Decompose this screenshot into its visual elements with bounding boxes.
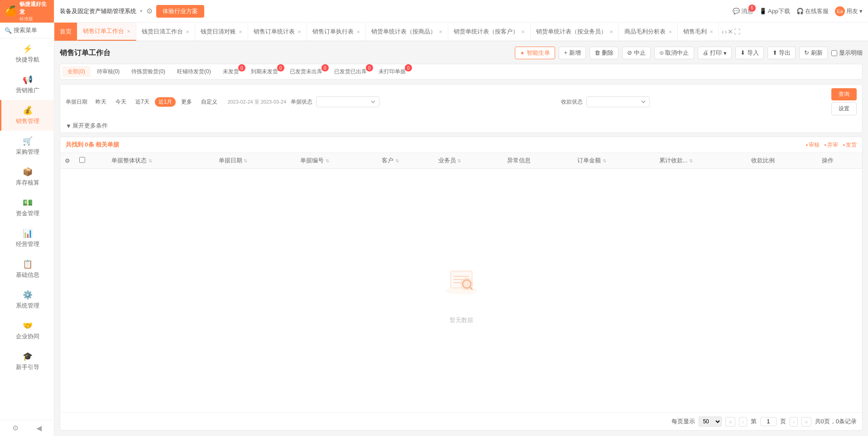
th-checkbox[interactable] — [75, 153, 107, 169]
online-service-action[interactable]: 🎧 在线客服 — [796, 7, 829, 15]
next-page-button[interactable]: › — [790, 417, 798, 427]
query-button[interactable]: 查询 — [831, 88, 857, 100]
tab-sales-exec[interactable]: 销售订单执行表 ✕ — [307, 23, 366, 41]
sidebar-item-marketing[interactable]: 📢 营销推广 — [0, 69, 54, 100]
tab-sales-stat-close[interactable]: ✕ — [297, 29, 301, 34]
deliver-action-link[interactable]: 发货 — [843, 141, 857, 149]
tab-margin[interactable]: 商品毛利分析表 ✕ — [619, 23, 678, 41]
filter-tab-wangpu[interactable]: 旺铺待发货(0) — [172, 66, 216, 77]
th-date[interactable]: 单据日期 ⇅ — [214, 153, 296, 169]
filter-tab-unshipped[interactable]: 未发货 0 — [217, 66, 245, 77]
prev-page-button[interactable]: ‹ — [739, 417, 747, 427]
tab-cash-reconcile[interactable]: 钱货日清对账 ✕ — [195, 23, 248, 41]
sidebar-item-company[interactable]: 🤝 企业协同 — [0, 315, 54, 346]
date-btn-7days[interactable]: 近7天 — [132, 97, 153, 107]
tab-home[interactable]: 首页 — [54, 23, 77, 41]
user-action[interactable]: Ea 用友 ▾ — [835, 6, 863, 16]
tab-next-button[interactable]: › — [725, 28, 727, 35]
filter-tab-all[interactable]: 全部(0) — [62, 66, 91, 77]
add-button[interactable]: + 新增 — [559, 47, 585, 59]
filter-tab-pending-review[interactable]: 待审核(0) — [91, 66, 125, 77]
filter-tab-unprinted[interactable]: 未打印单据 0 — [373, 66, 411, 77]
export-button[interactable]: ⬆ 导出 — [767, 47, 796, 59]
detail-checkbox[interactable] — [831, 50, 837, 56]
refresh-button[interactable]: ↻ 刷新 — [799, 47, 828, 59]
date-btn-custom[interactable]: 自定义 — [197, 97, 221, 107]
tab-stat-customer-close[interactable]: ✕ — [521, 29, 525, 34]
sidebar-item-basic[interactable]: 📋 基础信息 — [0, 254, 54, 284]
settings-icon[interactable]: ⚙ — [12, 424, 19, 432]
tab-stat-staff[interactable]: 销货单统计表（按业务员） ✕ — [531, 23, 619, 41]
tab-stat-staff-close[interactable]: ✕ — [609, 29, 613, 34]
date-btn-today[interactable]: 今天 — [112, 97, 130, 107]
review-action-link[interactable]: 审核 — [806, 141, 820, 149]
tab-sales-profit-close[interactable]: ✕ — [710, 29, 713, 34]
per-page-select[interactable]: 10 20 50 100 — [699, 417, 722, 427]
delete-button[interactable]: 🗑 删除 — [590, 47, 619, 59]
status-select[interactable] — [316, 96, 379, 107]
th-ratio[interactable]: 收款比例 — [747, 153, 817, 169]
sidebar-item-guide[interactable]: 🎓 新手引导 — [0, 346, 54, 377]
th-customer[interactable]: 客户 ⇅ — [377, 153, 433, 169]
filter-tab-expired[interactable]: 到期未发货 0 — [245, 66, 283, 77]
tab-stat-customer[interactable]: 销货单统计表（按客户） ✕ — [448, 23, 531, 41]
import-button[interactable]: ⬇ 导入 — [735, 47, 764, 59]
sidebar-item-quick-nav[interactable]: ⚡ 快捷导航 — [0, 38, 54, 69]
first-page-button[interactable]: « — [725, 417, 735, 427]
tab-cash-daily-close[interactable]: ✕ — [186, 29, 189, 34]
th-number[interactable]: 单据编号 ⇅ — [296, 153, 377, 169]
print-button[interactable]: 🖨 打印 ▾ — [698, 47, 732, 59]
sidebar-item-purchase[interactable]: 🛒 采购管理 — [0, 131, 54, 161]
tab-cash-reconcile-close[interactable]: ✕ — [239, 29, 242, 34]
last-page-button[interactable]: » — [801, 417, 811, 427]
detail-checkbox-label[interactable]: 显示明细 — [831, 49, 863, 57]
stop-button[interactable]: ⊘ 中止 — [622, 47, 651, 59]
date-btn-yesterday[interactable]: 昨天 — [92, 97, 110, 107]
sidebar-item-finance[interactable]: 💵 资金管理 — [0, 192, 54, 223]
sidebar-item-sales[interactable]: 💰 销售管理 — [0, 100, 54, 131]
filter-tab-shipped-out[interactable]: 已发货已出库 0 — [329, 66, 372, 77]
ai-generate-button[interactable]: ✦ 智能生单 — [515, 47, 555, 59]
tab-close-all-button[interactable]: ✕ — [728, 28, 733, 35]
th-collected[interactable]: 累计收款... ⇅ — [655, 153, 747, 169]
payment-select[interactable] — [586, 96, 650, 107]
date-btn-more[interactable]: 更多 — [177, 97, 196, 107]
sidebar-item-operation[interactable]: 📊 经营管理 — [0, 223, 54, 254]
th-staff[interactable]: 业务员 ⇅ — [434, 153, 503, 169]
search-menu[interactable]: 🔍 搜索菜单 — [0, 23, 54, 38]
tab-sales-profit[interactable]: 销售毛利 ✕ — [678, 23, 719, 41]
topbar-dropdown-arrow[interactable]: ▾ — [140, 8, 143, 14]
filter-tab-pending-inspect[interactable]: 待拣货验货(0) — [126, 66, 171, 77]
solution-button[interactable]: 体验行业方案 — [156, 5, 204, 18]
cancel-review-action-link[interactable]: 弃审 — [824, 141, 838, 149]
th-abnormal[interactable]: 异常信息 — [503, 153, 573, 169]
th-settings[interactable]: ⚙ — [60, 153, 75, 169]
set-button[interactable]: 设置 — [831, 102, 857, 115]
th-status[interactable]: 单据整体状态 ⇅ — [107, 153, 214, 169]
tab-fullscreen-button[interactable]: ⛶ — [734, 28, 740, 35]
tab-prev-button[interactable]: ‹ — [722, 28, 724, 35]
th-amount[interactable]: 订单金额 ⇅ — [573, 153, 654, 169]
tab-stat-product[interactable]: 销货单统计表（按商品） ✕ — [366, 23, 448, 41]
tab-sales-order-close[interactable]: ✕ — [127, 29, 130, 34]
collapse-icon[interactable]: ◀ — [36, 424, 42, 432]
tab-margin-close[interactable]: ✕ — [668, 29, 672, 34]
sidebar-item-inventory[interactable]: 📦 库存核算 — [0, 161, 54, 192]
tab-stat-product-close[interactable]: ✕ — [439, 29, 442, 34]
app-download-action[interactable]: 📱 App下载 — [759, 7, 790, 15]
sidebar-item-system[interactable]: ⚙️ 系统管理 — [0, 284, 54, 315]
page-input[interactable] — [760, 417, 777, 426]
user-icon: Ea — [835, 6, 845, 16]
select-all-checkbox[interactable] — [79, 157, 85, 163]
tab-sales-stat[interactable]: 销售订单统计表 ✕ — [248, 23, 307, 41]
tab-cash-daily[interactable]: 钱货日清工作台 ✕ — [136, 23, 195, 41]
tab-sales-exec-close[interactable]: ✕ — [356, 29, 360, 34]
topbar-gear[interactable]: ⚙ — [146, 7, 153, 15]
tab-sales-order[interactable]: 销售订单工作台 ✕ — [77, 23, 136, 41]
date-btn-1month[interactable]: 近1月 — [155, 97, 176, 107]
cancel-stop-button[interactable]: ⊙ 取消中止 — [654, 47, 694, 59]
message-action[interactable]: 💬 消息 6 — [733, 7, 753, 15]
filter-tab-shipped-not-out[interactable]: 已发货未出库 0 — [284, 66, 328, 77]
expand-button[interactable]: ▼ 展开更多条件 — [66, 122, 857, 130]
sidebar-item-label: 企业协同 — [16, 332, 39, 341]
